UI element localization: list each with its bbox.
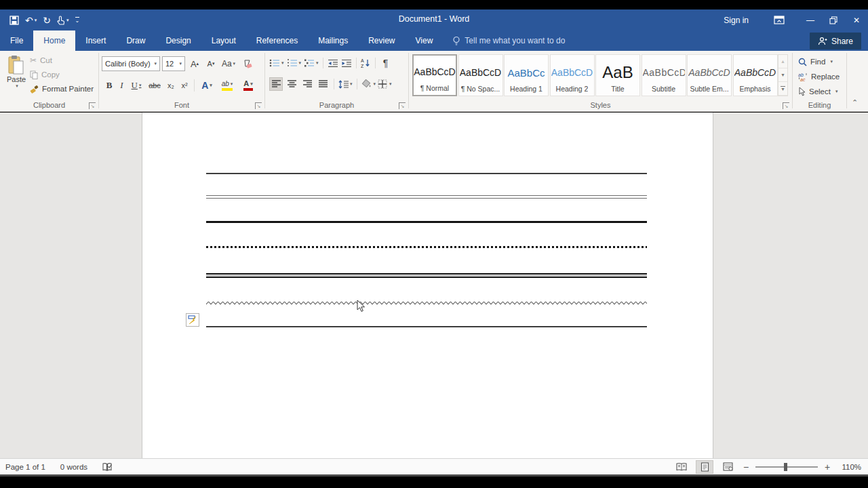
numbering-button[interactable]: ▾ bbox=[287, 58, 302, 68]
superscript-button[interactable]: x² bbox=[178, 81, 191, 89]
font-name-combobox[interactable]: Calibri (Body) ▾ bbox=[102, 56, 160, 71]
bold-button[interactable]: B bbox=[103, 80, 115, 91]
tab-design[interactable]: Design bbox=[155, 30, 201, 51]
zoom-slider[interactable] bbox=[755, 466, 818, 468]
ribbon-display-options-button[interactable] bbox=[768, 9, 791, 30]
print-layout-button[interactable] bbox=[696, 460, 713, 474]
tab-file[interactable]: File bbox=[0, 30, 33, 51]
replace-button[interactable]: ab ac Replace bbox=[798, 71, 840, 82]
italic-button[interactable]: I bbox=[117, 80, 127, 91]
strikethrough-button[interactable]: abc bbox=[146, 81, 163, 89]
styles-scroll-up-button[interactable]: ▲ bbox=[778, 55, 787, 68]
autocorrect-options-button[interactable] bbox=[186, 313, 199, 327]
style--normal[interactable]: AaBbCcD¶ Normal bbox=[412, 54, 457, 96]
align-left-button[interactable] bbox=[269, 77, 283, 91]
zoom-slider-thumb[interactable] bbox=[784, 463, 787, 471]
text-effects-button[interactable]: A▾ bbox=[198, 80, 216, 91]
close-button[interactable]: ✕ bbox=[845, 9, 868, 30]
tab-insert[interactable]: Insert bbox=[75, 30, 116, 51]
paragraph-dialog-launcher[interactable]: ↘ bbox=[399, 102, 406, 109]
align-right-icon bbox=[303, 80, 312, 88]
tab-home[interactable]: Home bbox=[33, 30, 75, 51]
format-painter-button[interactable]: Format Painter bbox=[30, 83, 94, 94]
multilevel-list-button[interactable]: ▾ bbox=[304, 58, 319, 68]
tab-view[interactable]: View bbox=[406, 30, 443, 51]
find-dropdown-icon[interactable]: ▾ bbox=[830, 59, 833, 64]
borders-button[interactable]: ▾ bbox=[378, 79, 392, 89]
svg-text:A: A bbox=[361, 58, 364, 63]
highlight-color-button[interactable]: ab▾ bbox=[217, 81, 237, 91]
horizontal-line-dotted-4 bbox=[206, 246, 647, 248]
tell-me-box[interactable]: Tell me what you want to do bbox=[443, 30, 565, 51]
find-button[interactable]: Find ▾ bbox=[798, 56, 840, 67]
underline-glyph: U bbox=[132, 80, 138, 91]
minimize-button[interactable]: — bbox=[799, 9, 822, 30]
page-indicator[interactable]: Page 1 of 1 bbox=[5, 463, 45, 471]
shading-button[interactable]: ▾ bbox=[361, 79, 376, 89]
styles-dialog-launcher[interactable]: ↘ bbox=[783, 102, 789, 109]
bullets-button[interactable]: ▾ bbox=[269, 58, 284, 68]
sort-button[interactable]: A Z bbox=[361, 58, 371, 68]
share-person-icon bbox=[818, 37, 827, 45]
style-heading-1[interactable]: AaBbCcHeading 1 bbox=[504, 54, 549, 96]
sign-in-link[interactable]: Sign in bbox=[724, 16, 749, 25]
styles-more-button[interactable]: ▼ bbox=[778, 82, 787, 96]
font-dialog-launcher[interactable]: ↘ bbox=[255, 102, 262, 109]
shrink-font-button[interactable]: A▾ bbox=[204, 60, 218, 68]
style-subtle-em-[interactable]: AaBbCcDSubtle Em... bbox=[687, 54, 732, 96]
line-spacing-button[interactable]: ▾ bbox=[338, 80, 353, 89]
underline-button[interactable]: U▾ bbox=[128, 80, 144, 91]
zoom-in-button[interactable]: + bbox=[823, 462, 831, 472]
style--no-spac-[interactable]: AaBbCcD¶ No Spac... bbox=[458, 54, 503, 96]
subscript-button[interactable]: x₂ bbox=[165, 81, 177, 89]
styles-gallery-scrollbar: ▲ ▼ ▼ bbox=[778, 54, 788, 96]
grow-font-button[interactable]: A▴ bbox=[187, 59, 202, 69]
paste-dropdown-icon[interactable]: ▾ bbox=[16, 83, 18, 89]
copy-button[interactable]: Copy bbox=[30, 69, 94, 80]
web-layout-button[interactable] bbox=[719, 460, 736, 474]
clipboard-dialog-launcher[interactable]: ↘ bbox=[89, 102, 96, 109]
select-dropdown-icon[interactable]: ▾ bbox=[835, 89, 838, 94]
decrease-indent-button[interactable] bbox=[328, 59, 338, 68]
style-name: Heading 2 bbox=[556, 85, 589, 93]
change-case-button[interactable]: Aa▾ bbox=[220, 59, 237, 68]
show-hide-marks-button[interactable]: ¶ bbox=[380, 58, 392, 68]
proofing-status-button[interactable] bbox=[102, 462, 113, 472]
replace-label: Replace bbox=[811, 73, 840, 81]
select-label: Select bbox=[809, 87, 831, 96]
font-size-value: 12 bbox=[165, 60, 174, 68]
document-page[interactable] bbox=[142, 113, 713, 458]
align-center-button[interactable] bbox=[285, 77, 298, 91]
tab-mailings[interactable]: Mailings bbox=[308, 30, 358, 51]
zoom-out-button[interactable]: − bbox=[742, 462, 750, 472]
align-right-button[interactable] bbox=[300, 77, 314, 91]
tab-layout[interactable]: Layout bbox=[201, 30, 246, 51]
restore-button[interactable] bbox=[822, 9, 845, 30]
document-area[interactable] bbox=[0, 113, 868, 458]
clear-formatting-button[interactable] bbox=[239, 60, 254, 68]
tab-draw[interactable]: Draw bbox=[116, 30, 155, 51]
read-mode-button[interactable] bbox=[673, 460, 690, 474]
style-title[interactable]: AaBTitle bbox=[595, 54, 640, 96]
cut-button[interactable]: ✂ Cut bbox=[30, 55, 94, 66]
justify-button[interactable] bbox=[316, 77, 330, 91]
font-name-dropdown-icon[interactable]: ▾ bbox=[154, 61, 157, 66]
zoom-level[interactable]: 110% bbox=[837, 463, 861, 471]
collapse-ribbon-button[interactable]: ⌃ bbox=[852, 98, 858, 107]
word-count[interactable]: 0 words bbox=[60, 463, 87, 471]
share-button[interactable]: Share bbox=[810, 33, 861, 49]
tab-review[interactable]: Review bbox=[358, 30, 405, 51]
select-cursor-icon bbox=[798, 87, 806, 96]
style-emphasis[interactable]: AaBbCcDEmphasis bbox=[733, 54, 778, 96]
style-subtitle[interactable]: AaBbCcDSubtitle bbox=[642, 54, 686, 96]
style-heading-2[interactable]: AaBbCcDHeading 2 bbox=[550, 54, 595, 96]
font-size-dropdown-icon[interactable]: ▾ bbox=[179, 61, 182, 66]
bullets-icon bbox=[269, 58, 280, 68]
select-button[interactable]: Select ▾ bbox=[798, 86, 840, 97]
font-size-combobox[interactable]: 12 ▾ bbox=[162, 56, 185, 71]
styles-scroll-down-button[interactable]: ▼ bbox=[778, 68, 787, 82]
paste-button[interactable]: Paste ▾ bbox=[4, 55, 28, 105]
font-color-button[interactable]: A▾ bbox=[239, 80, 258, 91]
increase-indent-button[interactable] bbox=[341, 59, 352, 68]
tab-references[interactable]: References bbox=[246, 30, 308, 51]
